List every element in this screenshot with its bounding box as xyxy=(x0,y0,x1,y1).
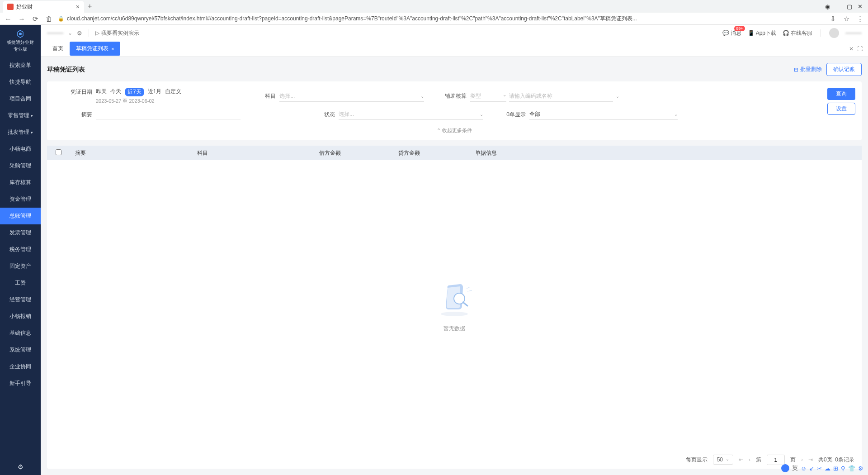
tray-icon[interactable]: ⚲ xyxy=(841,465,845,472)
sidebar-item-project[interactable]: 项目合同 xyxy=(0,90,41,107)
fullscreen-icon[interactable]: ⛶ xyxy=(857,46,863,52)
close-icon[interactable]: × xyxy=(111,46,114,52)
page-input[interactable] xyxy=(767,455,785,465)
play-icon: ▷ xyxy=(95,30,99,36)
sidebar-item-ledger[interactable]: 总账管理 xyxy=(0,208,41,224)
chevron-down-icon[interactable]: ⌄ xyxy=(68,30,72,36)
content: 草稿凭证列表 ⊟ 批量删除 确认记账 查询 设置 xyxy=(41,57,868,475)
sidebar-item-inventory[interactable]: 库存核算 xyxy=(0,174,41,191)
sidebar-item-expense[interactable]: 小畅报销 xyxy=(0,308,41,325)
tray-icon[interactable]: 👕 xyxy=(848,465,855,472)
aux-type-select[interactable]: 类型 ⌄ xyxy=(470,91,506,102)
service-button[interactable]: 🎧 在线客服 xyxy=(783,29,812,37)
tab-draft-list[interactable]: 草稿凭证列表 × xyxy=(70,42,120,56)
search-button[interactable]: 查询 xyxy=(827,88,855,100)
col-debit: 借方金额 xyxy=(314,149,393,157)
col-summary: 摘要 xyxy=(70,149,192,157)
sidebar-item-tax[interactable]: 税务管理 xyxy=(0,241,41,258)
trash-icon[interactable]: 🗑 xyxy=(44,15,53,23)
prev-page-icon[interactable]: ‹ xyxy=(749,456,750,463)
tray-icon[interactable]: ☺ xyxy=(801,465,807,472)
chip-today[interactable]: 今天 xyxy=(110,88,121,96)
chip-yesterday[interactable]: 昨天 xyxy=(96,88,107,96)
subject-select[interactable]: 选择... ⌄ xyxy=(279,91,424,102)
divider xyxy=(89,29,89,37)
sidebar-item-basic[interactable]: 基础信息 xyxy=(0,325,41,342)
sidebar-item-purchase[interactable]: 采购管理 xyxy=(0,157,41,174)
batch-delete-button[interactable]: ⊟ 批量删除 xyxy=(794,63,822,76)
tray-icon[interactable]: ⊞ xyxy=(833,465,838,472)
sidebar-item-asset[interactable]: 固定资产 xyxy=(0,258,41,275)
forward-icon[interactable]: → xyxy=(17,15,26,23)
sidebar-item-ecom[interactable]: 小畅电商 xyxy=(0,141,41,157)
sidebar-item-salary[interactable]: 工资 xyxy=(0,275,41,291)
back-icon[interactable]: ← xyxy=(4,15,13,23)
tray-icon[interactable]: ✂ xyxy=(817,465,822,472)
maximize-icon[interactable]: ▢ xyxy=(847,3,852,10)
reload-icon[interactable]: ⟳ xyxy=(31,15,40,23)
sidebar-item-invoice[interactable]: 发票管理 xyxy=(0,224,41,241)
empty-illustration xyxy=(434,279,475,319)
first-page-icon[interactable]: ⇤ xyxy=(739,456,743,463)
org-name[interactable]: ——— xyxy=(47,30,63,36)
tray-icon[interactable]: ⚙ xyxy=(858,465,863,472)
chevron-down-icon: ▾ xyxy=(31,130,33,135)
sidebar-item-quicknav[interactable]: 快捷导航 xyxy=(0,74,41,90)
message-badge: 99+ xyxy=(734,26,745,31)
sidebar-item-operation[interactable]: 经营管理 xyxy=(0,291,41,308)
tray-icon[interactable]: ☁ xyxy=(825,465,830,472)
new-tab-button[interactable]: + xyxy=(88,2,92,10)
confirm-button[interactable]: 确认记账 xyxy=(826,63,862,76)
main: ——— ⌄ ⚙ ▷ 我要看实例演示 💬 消息 99+ 📱 App下载 🎧 xyxy=(41,25,868,475)
chevron-down-icon: ▾ xyxy=(31,114,33,118)
last-page-icon[interactable]: ⇥ xyxy=(808,456,813,463)
tray-icon[interactable]: ↙ xyxy=(809,465,814,472)
subject-label: 科目 xyxy=(251,92,276,100)
aux-code-input[interactable]: 请输入编码或名称 xyxy=(509,91,613,102)
chip-custom[interactable]: 自定义 xyxy=(165,88,181,96)
message-button[interactable]: 💬 消息 99+ xyxy=(722,29,741,37)
summary-input[interactable] xyxy=(96,110,241,119)
close-window-icon[interactable]: ✕ xyxy=(858,3,863,10)
star-icon[interactable]: ☆ xyxy=(842,15,851,23)
brand-sub: 专业版 xyxy=(3,46,38,52)
empty-text: 暂无数据 xyxy=(443,325,465,332)
url-box[interactable]: 🔒 cloud.chanjet.com/cc/u6d89qwnryel/57bf… xyxy=(58,15,824,23)
status-select[interactable]: 选择... ⌄ xyxy=(339,109,483,120)
collapse-toggle[interactable]: ⌃ 收起更多条件 xyxy=(68,124,841,134)
close-all-icon[interactable]: ✕ xyxy=(849,46,854,52)
demo-link[interactable]: ▷ 我要看实例演示 xyxy=(95,29,139,37)
chip-1month[interactable]: 近1月 xyxy=(148,88,162,96)
minimize-icon[interactable]: — xyxy=(835,3,841,10)
more-icon[interactable]: ⋮ xyxy=(855,15,864,23)
svg-line-5 xyxy=(467,290,472,291)
ime-lang[interactable]: 英 xyxy=(792,464,798,472)
sidebar-settings[interactable]: ⚙ xyxy=(0,459,41,475)
sidebar-item-wholesale[interactable]: 批发管理▾ xyxy=(0,124,41,141)
close-icon[interactable]: × xyxy=(76,3,80,10)
avatar[interactable] xyxy=(829,28,839,38)
per-page-select[interactable]: 50 ⌄ xyxy=(713,455,733,465)
chat-icon: 💬 xyxy=(722,30,729,36)
sidebar-item-fund[interactable]: 资金管理 xyxy=(0,191,41,208)
sidebar-item-collab[interactable]: 企业协同 xyxy=(0,358,41,375)
select-all-checkbox[interactable] xyxy=(56,149,61,155)
zero-select[interactable]: 全部 ⌄ xyxy=(529,109,678,120)
gear-icon[interactable]: ⚙ xyxy=(77,30,82,37)
next-page-icon[interactable]: › xyxy=(801,456,803,463)
tab-home[interactable]: 首页 xyxy=(46,42,70,56)
download-button[interactable]: 📱 App下载 xyxy=(748,29,776,37)
sidebar-item-guide[interactable]: 新手引导 xyxy=(0,375,41,392)
settings-button[interactable]: 设置 xyxy=(827,103,855,115)
install-icon[interactable]: ⇩ xyxy=(828,15,837,23)
browser-tab[interactable]: 好业财 × xyxy=(3,1,84,13)
account-icon[interactable]: ◉ xyxy=(825,3,830,10)
date-chips: 昨天 今天 近7天 近1月 自定义 xyxy=(96,88,181,96)
sidebar-item-system[interactable]: 系统管理 xyxy=(0,342,41,358)
sidebar-item-search[interactable]: 搜索菜单 xyxy=(0,57,41,74)
filter-panel: 查询 设置 凭证日期 昨天 今天 近7天 近1月 自定义 xyxy=(47,81,862,140)
svg-line-4 xyxy=(467,287,470,289)
ime-badge[interactable]: 王 xyxy=(781,464,789,472)
chip-7days[interactable]: 近7天 xyxy=(125,88,144,96)
sidebar-item-retail[interactable]: 零售管理▾ xyxy=(0,107,41,124)
